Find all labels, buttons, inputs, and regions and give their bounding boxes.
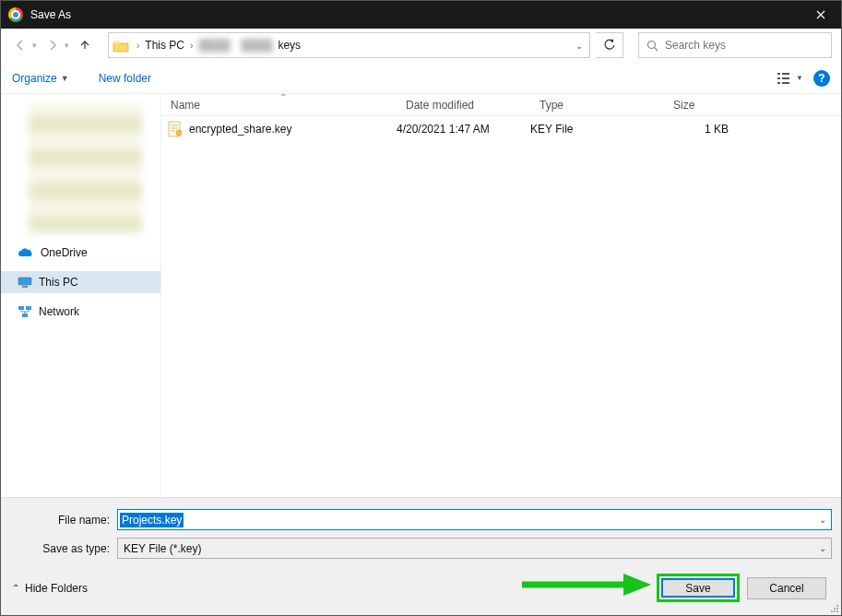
breadcrumb-bar[interactable]: › This PC › ████ ████ keys ⌄ — [108, 32, 590, 58]
filename-history-dropdown[interactable]: ⌄ — [814, 510, 831, 529]
filename-value: Projects.key — [120, 513, 184, 527]
forward-button[interactable] — [42, 35, 63, 55]
breadcrumb-sep: › — [186, 41, 196, 51]
hide-folders-label: Hide Folders — [25, 582, 88, 595]
svg-point-19 — [834, 608, 836, 610]
back-history-dropdown[interactable]: ▾ — [32, 41, 37, 50]
nav-row: ▾ ▾ › This PC › ████ ████ keys ⌄ — [1, 29, 841, 63]
file-type: KEY File — [530, 123, 664, 136]
sidebar-item-network[interactable]: Network — [1, 301, 160, 323]
svg-rect-10 — [26, 306, 31, 310]
svg-rect-9 — [18, 306, 24, 310]
sidebar-item-thispc[interactable]: This PC — [1, 271, 160, 293]
folder-icon — [113, 39, 129, 53]
svg-rect-3 — [777, 77, 780, 79]
breadcrumb-thispc[interactable]: This PC — [143, 39, 186, 52]
refresh-button[interactable] — [596, 32, 623, 58]
file-date: 4/20/2021 1:47 AM — [397, 123, 530, 136]
svg-rect-11 — [22, 314, 28, 317]
onedrive-icon — [18, 247, 34, 258]
svg-rect-4 — [782, 77, 789, 79]
filename-field[interactable]: Projects.key ⌄ — [117, 509, 832, 530]
close-button[interactable] — [800, 1, 841, 29]
column-header-type[interactable]: Type — [530, 99, 664, 112]
svg-rect-5 — [777, 82, 780, 84]
view-options-button[interactable]: ▼ — [777, 68, 804, 89]
search-input[interactable] — [665, 33, 831, 57]
save-highlight-annotation: Save — [657, 574, 740, 602]
save-button[interactable]: Save — [661, 578, 735, 598]
svg-rect-1 — [777, 73, 780, 75]
savetype-dropdown[interactable]: KEY File (*.key) ⌄ — [117, 538, 832, 559]
sidebar-item-label: OneDrive — [41, 246, 88, 259]
svg-rect-7 — [18, 278, 31, 285]
chrome-icon — [8, 7, 23, 22]
file-size: 1 KB — [664, 123, 738, 136]
thispc-icon — [18, 277, 32, 288]
chevron-down-icon: ▼ — [796, 74, 803, 82]
forward-history-dropdown[interactable]: ▾ — [65, 41, 69, 50]
file-list: ⌃ Name Date modified Type Size encrypted… — [160, 94, 841, 497]
sidebar-quickaccess-blurred — [29, 103, 142, 232]
keyfile-icon — [167, 121, 184, 137]
search-box[interactable] — [638, 32, 832, 58]
svg-point-17 — [836, 608, 838, 610]
svg-rect-8 — [22, 286, 28, 288]
new-folder-button[interactable]: New folder — [99, 72, 151, 85]
filename-label: File name: — [10, 514, 117, 527]
savetype-label: Save as type: — [10, 542, 117, 555]
up-button[interactable] — [75, 35, 95, 55]
chevron-down-icon: ⌄ — [814, 539, 831, 558]
breadcrumb-folder[interactable]: keys — [274, 39, 569, 52]
cancel-button[interactable]: Cancel — [747, 577, 826, 599]
hide-folders-button[interactable]: ⌃ Hide Folders — [12, 582, 88, 595]
breadcrumb-hidden[interactable]: ████ — [196, 39, 231, 52]
svg-point-20 — [834, 610, 836, 612]
svg-point-16 — [836, 605, 838, 607]
file-name: encrypted_share.key — [189, 123, 291, 136]
svg-point-21 — [831, 610, 833, 612]
chevron-up-icon: ⌃ — [12, 583, 19, 593]
back-button[interactable] — [10, 35, 30, 55]
breadcrumb-sep: › — [133, 41, 143, 51]
svg-point-18 — [836, 610, 838, 612]
help-button[interactable]: ? — [813, 70, 830, 87]
sidebar-item-label: Network — [39, 305, 79, 318]
column-header-row: ⌃ Name Date modified Type Size — [161, 94, 841, 116]
toolbar: Organize ▼ New folder ▼ ? — [1, 63, 841, 94]
bottom-panel: File name: Projects.key ⌄ Save as type: … — [1, 497, 841, 615]
sidebar-item-onedrive[interactable]: OneDrive — [1, 242, 160, 264]
resize-grip-icon[interactable] — [828, 602, 839, 613]
sort-indicator-icon: ⌃ — [279, 92, 287, 102]
column-header-date[interactable]: Date modified — [397, 99, 530, 112]
title-bar: Save As — [1, 1, 841, 29]
svg-rect-2 — [782, 73, 789, 75]
breadcrumb-hidden[interactable]: ████ — [239, 39, 274, 52]
svg-rect-6 — [782, 82, 789, 84]
network-icon — [18, 305, 32, 318]
organize-label: Organize — [12, 72, 57, 85]
sidebar-item-label: This PC — [39, 276, 78, 289]
window-title: Save As — [30, 8, 800, 21]
sidebar: OneDrive This PC Network — [1, 94, 160, 497]
organize-button[interactable]: Organize ▼ — [12, 72, 69, 85]
svg-point-0 — [647, 41, 655, 48]
chevron-down-icon: ▼ — [61, 74, 69, 83]
breadcrumb-dropdown[interactable]: ⌄ — [569, 41, 589, 51]
file-row[interactable]: encrypted_share.key 4/20/2021 1:47 AM KE… — [161, 116, 841, 142]
column-header-size[interactable]: Size — [664, 99, 738, 112]
search-icon — [639, 40, 665, 52]
savetype-value: KEY File (*.key) — [118, 542, 814, 555]
